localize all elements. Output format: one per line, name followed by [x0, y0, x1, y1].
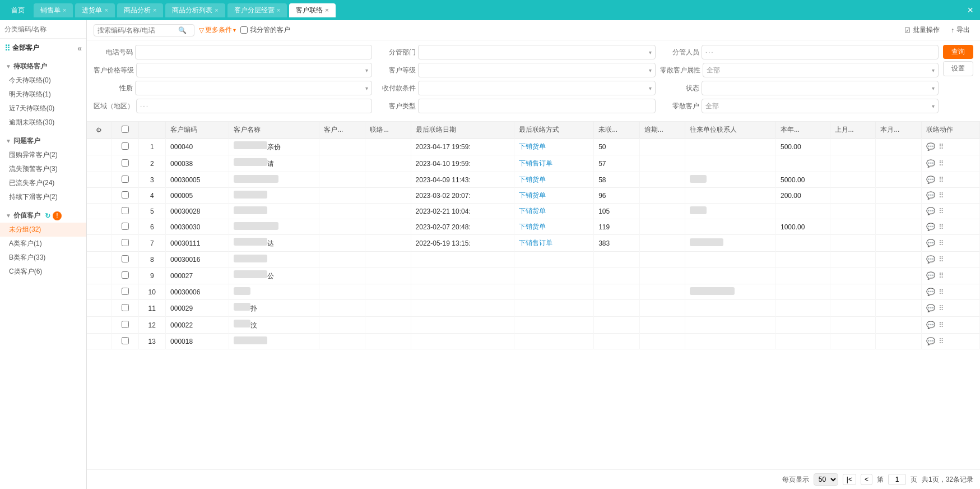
close-analysis-list-tab[interactable]: ×: [215, 7, 218, 13]
apps-icon[interactable]: ⠿: [939, 271, 944, 280]
status-select[interactable]: ▾: [702, 81, 939, 95]
row-checkbox[interactable]: [122, 337, 129, 344]
th-contact[interactable]: 联络...: [365, 122, 411, 139]
sidebar-item-unclassified[interactable]: 未分组(32): [0, 223, 86, 237]
comment-icon[interactable]: 💬: [926, 255, 935, 264]
apps-icon[interactable]: ⠿: [939, 142, 944, 151]
row-checkbox[interactable]: [122, 255, 129, 262]
comment-icon[interactable]: 💬: [926, 337, 935, 345]
row-checkbox[interactable]: [122, 223, 129, 230]
apps-icon[interactable]: ⠿: [939, 337, 944, 345]
comment-icon[interactable]: 💬: [926, 223, 935, 231]
sidebar-item-hoarding-abnormal[interactable]: 囤购异常客户(2): [0, 148, 86, 162]
apps-icon[interactable]: ⠿: [939, 304, 944, 312]
th-gear[interactable]: ⚙: [87, 122, 112, 139]
close-all-tabs[interactable]: ×: [965, 4, 976, 16]
apps-icon[interactable]: ⠿: [939, 159, 944, 168]
row-checkbox[interactable]: [122, 321, 129, 328]
tab-customer-segment[interactable]: 客户分层经营 ×: [227, 3, 287, 17]
apps-icon[interactable]: ⠿: [939, 255, 944, 264]
row-checkbox[interactable]: [122, 207, 129, 214]
th-name[interactable]: 客户名称: [229, 122, 319, 139]
comment-icon[interactable]: 💬: [926, 176, 935, 184]
row-checkbox[interactable]: [122, 159, 129, 167]
sidebar-collapse-btn[interactable]: «: [77, 44, 82, 53]
close-sales-tab[interactable]: ×: [63, 7, 66, 13]
row-checkbox[interactable]: [122, 288, 129, 295]
comment-icon[interactable]: 💬: [926, 271, 935, 280]
last-method-link[interactable]: 下销货单: [519, 176, 546, 183]
th-last-month[interactable]: 上月...: [830, 122, 876, 139]
close-customer-contact-tab[interactable]: ×: [325, 7, 328, 13]
apps-icon[interactable]: ⠿: [939, 207, 944, 215]
sidebar-item-class-b[interactable]: B类客户(33): [0, 251, 86, 265]
export-btn[interactable]: ↑ 导出: [948, 24, 973, 36]
tab-customer-contact[interactable]: 客户联络 ×: [289, 3, 335, 17]
price-level-select[interactable]: ▾: [136, 63, 372, 77]
filter-search-input[interactable]: [97, 26, 176, 34]
th-this-month[interactable]: 本月...: [876, 122, 922, 139]
comment-icon[interactable]: 💬: [926, 159, 935, 168]
comment-icon[interactable]: 💬: [926, 288, 935, 296]
row-checkbox[interactable]: [122, 304, 129, 311]
sidebar-item-churn-warning[interactable]: 流失预警客户(3): [0, 162, 86, 176]
phone-input[interactable]: [135, 45, 372, 59]
sidebar-group-pending-title[interactable]: ▼ 待联络客户: [0, 59, 86, 73]
last-method-link[interactable]: 下销货单: [519, 142, 546, 150]
refresh-value-icon[interactable]: ↻: [45, 212, 50, 220]
comment-icon[interactable]: 💬: [926, 304, 935, 312]
sidebar-item-declining[interactable]: 持续下滑客户(2): [0, 190, 86, 204]
sidebar-item-today-pending[interactable]: 今天待联络(0): [0, 73, 86, 87]
th-unit-contact[interactable]: 往来单位联系人: [685, 122, 776, 139]
th-last-method[interactable]: 最后联络方式: [514, 122, 593, 139]
comment-icon[interactable]: 💬: [926, 191, 935, 200]
batch-ops-btn[interactable]: ☑ 批量操作: [901, 24, 943, 36]
sidebar-item-tomorrow-pending[interactable]: 明天待联络(1): [0, 87, 86, 102]
row-checkbox[interactable]: [122, 271, 129, 279]
region-input[interactable]: ···: [136, 99, 372, 113]
apps-icon[interactable]: ⠿: [939, 288, 944, 296]
close-analysis-tab[interactable]: ×: [153, 7, 156, 13]
row-checkbox[interactable]: [122, 142, 129, 150]
payment-select[interactable]: ▾: [418, 81, 655, 95]
select-all-checkbox[interactable]: [122, 126, 129, 133]
nature-select[interactable]: ▾: [135, 81, 372, 95]
per-page-select[interactable]: 50: [814, 473, 838, 486]
last-method-link[interactable]: 下销售订单: [519, 239, 552, 247]
th-no-contact[interactable]: 未联...: [594, 122, 640, 139]
last-method-link[interactable]: 下销货单: [519, 223, 546, 230]
tab-sales[interactable]: 销售单 ×: [34, 3, 73, 17]
tab-analysis[interactable]: 商品分析 ×: [117, 3, 163, 17]
scatter-customer-select[interactable]: 全部▾: [702, 99, 939, 113]
th-overdue[interactable]: 逾期...: [639, 122, 685, 139]
th-type[interactable]: 客户...: [319, 122, 365, 139]
last-method-link[interactable]: 下销货单: [519, 191, 546, 199]
tab-home[interactable]: 首页: [4, 3, 31, 17]
first-page-btn[interactable]: |<: [843, 474, 856, 485]
scatter-attr-select[interactable]: 全部▾: [703, 63, 939, 77]
customer-type-input[interactable]: [418, 99, 655, 113]
sidebar-item-7days-pending[interactable]: 近7天待联络(0): [0, 102, 86, 116]
apps-icon[interactable]: ⠿: [939, 321, 944, 329]
sidebar-item-overdue-pending[interactable]: 逾期未联络(30): [0, 116, 86, 130]
apps-icon[interactable]: ⠿: [939, 191, 944, 200]
close-purchase-tab[interactable]: ×: [104, 7, 108, 13]
page-number-input[interactable]: [888, 474, 906, 485]
comment-icon[interactable]: 💬: [926, 142, 935, 151]
reset-btn[interactable]: 设置: [943, 61, 973, 76]
sidebar-item-churned[interactable]: 已流失客户(24): [0, 176, 86, 190]
sidebar-group-value-title[interactable]: ▼ 价值客户 ↻ !: [0, 209, 86, 223]
manager-input[interactable]: ···: [702, 45, 939, 59]
dept-select[interactable]: ▾: [418, 45, 655, 59]
more-conditions-btn[interactable]: ▽ 更多条件 ▾: [199, 25, 236, 35]
tab-analysis-list[interactable]: 商品分析列表 ×: [165, 3, 225, 17]
last-method-link[interactable]: 下销售订单: [519, 159, 552, 167]
th-code[interactable]: 客户编码: [166, 122, 229, 139]
close-customer-segment-tab[interactable]: ×: [277, 7, 280, 13]
comment-icon[interactable]: 💬: [926, 239, 935, 247]
query-btn[interactable]: 查询: [943, 45, 973, 59]
th-this-year[interactable]: 本年...: [775, 122, 830, 139]
my-customers-checkbox[interactable]: [240, 26, 248, 34]
comment-icon[interactable]: 💬: [926, 321, 935, 329]
row-checkbox[interactable]: [122, 239, 129, 246]
